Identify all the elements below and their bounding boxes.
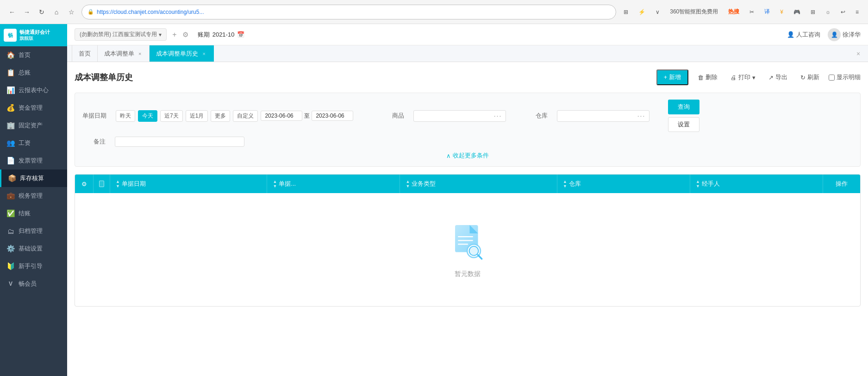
menu-icon[interactable]: ≡ xyxy=(852,7,862,17)
grid-icon[interactable]: ⊞ xyxy=(620,7,632,17)
th-warehouse[interactable]: ▲▼ 仓库 xyxy=(557,175,690,193)
apps-icon[interactable]: ⊞ xyxy=(807,7,819,17)
translate-icon[interactable]: 译 xyxy=(761,6,774,18)
undo-icon[interactable]: ↩ xyxy=(837,7,849,17)
date-to-input[interactable] xyxy=(312,111,353,121)
game-icon[interactable]: 🎮 xyxy=(790,7,804,17)
svg-line-7 xyxy=(478,255,482,259)
date-range-input: 至 xyxy=(261,111,353,121)
warehouse-more-icon[interactable]: ··· xyxy=(637,112,646,119)
customer-service-btn[interactable]: 👤 人工咨询 xyxy=(787,31,820,39)
show-detail-toggle[interactable]: 显示明细 xyxy=(829,73,861,81)
sidebar-item-inventory[interactable]: 📦 库存核算 xyxy=(0,169,67,187)
export-button[interactable]: ↗ 导出 xyxy=(765,71,791,83)
add-company-btn[interactable]: + xyxy=(172,31,176,39)
close-page-button[interactable]: × xyxy=(853,49,863,59)
sidebar-item-archive-mgmt[interactable]: 🗂 归档管理 xyxy=(0,222,67,240)
sort-arrows-operator: ▲▼ xyxy=(696,179,700,188)
goods-filter-label: 商品 xyxy=(381,112,404,120)
empty-state: 暂元数据 xyxy=(75,193,860,306)
sidebar-item-basic-settings[interactable]: ⚙️ 基础设置 xyxy=(0,240,67,257)
back-button[interactable]: ← xyxy=(6,6,19,19)
star-button[interactable]: ☆ xyxy=(65,6,78,19)
column-settings-icon: ⚙ xyxy=(81,181,87,188)
tab-cost-adjust[interactable]: 成本调整单 × xyxy=(98,45,150,62)
filter-btn-group: 查询 设置 xyxy=(668,100,699,132)
home-icon: 🏠 xyxy=(6,51,15,59)
refresh-button[interactable]: ↻ xyxy=(35,6,48,19)
date-btn-custom[interactable]: 自定义 xyxy=(233,110,258,122)
sort-arrows-docnum: ▲▼ xyxy=(273,179,277,188)
sidebar-item-membership[interactable]: V 畅会员 xyxy=(0,275,67,293)
sidebar: 畅 畅捷通好会计 旗舰版 🏠 首页 📋 总账 📊 云报表中心 💰 资金管理 🏢 … xyxy=(0,24,67,376)
settings-icon[interactable]: ⚙ xyxy=(182,31,188,39)
tab-cost-adjust-history-close[interactable]: × xyxy=(201,50,206,57)
query-button[interactable]: 查询 xyxy=(668,100,699,114)
refresh-button[interactable]: ↻ 刷新 xyxy=(797,71,823,83)
collapse-icon: ∧ xyxy=(446,152,451,159)
date-btn-1month[interactable]: 近1月 xyxy=(186,110,208,122)
user-profile-btn[interactable]: 👤 徐泽华 xyxy=(828,28,861,41)
address-bar[interactable]: 🔒 https://cloud.chanjet.com/accounting/u… xyxy=(81,5,616,19)
sidebar-item-report-center[interactable]: 📊 云报表中心 xyxy=(0,81,67,99)
th-biztype[interactable]: ▲▼ 业务类型 xyxy=(400,175,557,193)
sidebar-item-new-guide[interactable]: 🔰 新手引导 xyxy=(0,257,67,275)
date-btn-7days[interactable]: 近7天 xyxy=(160,110,183,122)
th-docnum[interactable]: ▲▼ 单据... xyxy=(267,175,400,193)
search-btn[interactable]: 360智能抠图免费用 xyxy=(666,6,722,18)
goods-selector[interactable]: ··· xyxy=(413,110,506,122)
th-settings[interactable]: ⚙ xyxy=(75,175,94,193)
print-button[interactable]: 🖨 打印 ▾ xyxy=(727,71,759,83)
dropdown-icon[interactable]: ∨ xyxy=(652,7,663,17)
filter-settings-button[interactable]: 设置 xyxy=(668,117,699,132)
select-all-checkbox[interactable] xyxy=(99,181,104,187)
tab-cost-adjust-close[interactable]: × xyxy=(137,50,143,57)
url-text: https://cloud.chanjet.com/accounting/uru… xyxy=(97,9,204,15)
th-checkbox[interactable] xyxy=(94,175,110,193)
th-date[interactable]: ▲▼ 单据日期 xyxy=(110,175,267,193)
add-button[interactable]: + 新增 xyxy=(656,69,688,85)
page-title: 成本调整单历史 xyxy=(75,72,133,83)
filter-row-remarks: 备注 xyxy=(82,137,853,147)
refresh-icon: ↻ xyxy=(800,74,806,81)
th-operator[interactable]: ▲▼ 经手人 xyxy=(690,175,823,193)
tab-home[interactable]: 首页 xyxy=(72,45,98,62)
hot-search-btn[interactable]: 热搜 xyxy=(724,6,743,18)
sort-arrows-warehouse: ▲▼ xyxy=(563,179,567,188)
forward-button[interactable]: → xyxy=(20,6,33,19)
goods-more-icon[interactable]: ··· xyxy=(494,112,502,119)
sidebar-item-fund-mgmt[interactable]: 💰 资金管理 xyxy=(0,99,67,117)
sidebar-item-fixed-assets[interactable]: 🏢 固定资产 xyxy=(0,117,67,134)
company-selector[interactable]: (勿删勿禁用) 江西服宝测试专用 ▾ xyxy=(75,28,167,41)
sidebar-item-invoice-mgmt[interactable]: 📄 发票管理 xyxy=(0,152,67,169)
show-detail-checkbox[interactable] xyxy=(829,75,835,81)
delete-button[interactable]: 🗑 删除 xyxy=(694,71,721,83)
logo-text: 畅捷通好会计 旗舰版 xyxy=(19,29,50,42)
page-actions: + 新增 🗑 删除 🖨 打印 ▾ ↗ 导出 ↻ xyxy=(656,69,861,85)
lightning-icon[interactable]: ⚡ xyxy=(635,7,649,17)
sidebar-logo: 畅 畅捷通好会计 旗舰版 xyxy=(0,24,67,46)
calendar-icon[interactable]: 📅 xyxy=(237,31,244,38)
sidebar-item-closing[interactable]: ✅ 结账 xyxy=(0,205,67,222)
warehouse-filter-label: 仓库 xyxy=(525,112,548,120)
date-btn-more[interactable]: 更多 xyxy=(211,110,230,122)
wallet-icon[interactable]: ¥ xyxy=(776,7,787,17)
sidebar-item-tax-mgmt[interactable]: 💼 税务管理 xyxy=(0,187,67,205)
tab-cost-adjust-history[interactable]: 成本调整单历史 × xyxy=(150,45,213,62)
brightness-icon[interactable]: ☼ xyxy=(822,7,834,17)
date-btn-yesterday[interactable]: 昨天 xyxy=(116,110,135,122)
warehouse-selector[interactable]: ··· xyxy=(557,110,649,122)
sidebar-item-home[interactable]: 🏠 首页 xyxy=(0,46,67,64)
remarks-input[interactable] xyxy=(115,137,244,147)
collapse-button[interactable]: ∧ 收起更多条件 xyxy=(446,151,489,160)
date-from-input[interactable] xyxy=(261,111,302,121)
export-icon: ↗ xyxy=(768,74,774,81)
scissors-icon[interactable]: ✂ xyxy=(746,7,758,17)
fixed-assets-icon: 🏢 xyxy=(6,121,15,130)
vip-icon: V xyxy=(6,281,15,287)
sidebar-item-general-ledger[interactable]: 📋 总账 xyxy=(0,64,67,81)
sidebar-item-payroll[interactable]: 👥 工资 xyxy=(0,134,67,152)
date-btn-today[interactable]: 今天 xyxy=(138,110,157,122)
home-button[interactable]: ⌂ xyxy=(50,6,63,19)
date-filter-label: 单据日期 xyxy=(82,112,106,120)
